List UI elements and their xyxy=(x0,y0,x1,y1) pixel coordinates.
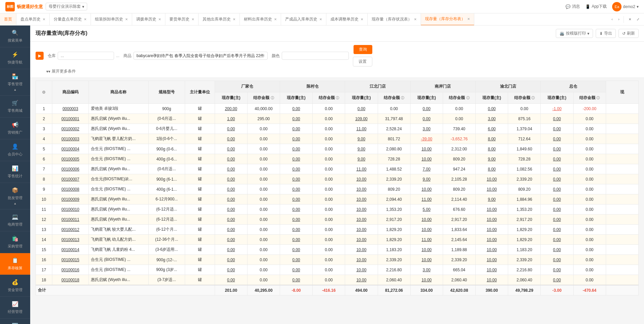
cell-code[interactable]: 00100014 xyxy=(52,245,89,255)
refresh-btn[interactable]: ↺ 刷新 xyxy=(619,29,639,38)
cell-code[interactable]: 00100008 xyxy=(52,184,89,194)
cell-f-stock[interactable]: 0.00 xyxy=(215,184,247,194)
nav-next-btn[interactable]: › xyxy=(615,16,622,23)
cell-t-stock[interactable]: 0.00 xyxy=(541,225,573,235)
cell-c-stock[interactable]: 0.00 xyxy=(280,275,312,285)
cell-c-stock[interactable]: 0.00 xyxy=(280,265,312,275)
cell-y-stock[interactable]: 10.00 xyxy=(476,215,508,225)
cell-f-stock[interactable]: 0.00 xyxy=(215,154,247,164)
cell-code[interactable]: 00100015 xyxy=(52,255,89,265)
nav-tab[interactable]: 材料出库单历史✕ xyxy=(240,13,281,26)
nav-tab[interactable]: 产成品入库单历史✕ xyxy=(281,13,326,26)
cell-y-stock[interactable]: 10.00 xyxy=(476,204,508,215)
cell-j-stock[interactable]: 10.00 xyxy=(345,174,378,184)
sidebar-item-电商管理[interactable]: 💻电商管理 xyxy=(0,210,30,231)
cell-code[interactable]: 00100013 xyxy=(52,235,89,245)
cell-y-stock[interactable]: 3.00 xyxy=(476,114,508,124)
cell-t-stock[interactable]: 0.00 xyxy=(541,124,573,134)
info-icon-4[interactable]: ⓘ xyxy=(466,96,470,100)
cell-code[interactable]: 00100012 xyxy=(52,225,89,235)
cell-code[interactable]: 00100004 xyxy=(52,144,89,154)
filter-collapse-btn[interactable]: ▶ xyxy=(36,52,44,60)
cell-f-stock[interactable]: 0.00 xyxy=(215,215,247,225)
cell-j-stock[interactable]: 11.00 xyxy=(345,164,378,174)
cell-f-stock[interactable]: 0.00 xyxy=(215,245,247,255)
cell-t-stock[interactable]: 0.00 xyxy=(541,164,573,174)
cell-c-stock[interactable]: 0.00 xyxy=(280,104,312,114)
cell-n-stock[interactable]: 10.00 xyxy=(410,255,443,265)
cell-code[interactable]: 0000003 xyxy=(52,104,89,114)
app-download-btn[interactable]: 📱 App下载 xyxy=(585,4,607,9)
cell-y-stock[interactable]: 8.00 xyxy=(476,144,508,154)
expand-condition-btn[interactable]: ▾▾ 展开更多条件 xyxy=(46,68,639,74)
cell-j-stock[interactable]: 10.00 xyxy=(345,265,378,275)
info-icon-6[interactable]: ⓘ xyxy=(596,96,600,100)
cell-j-stock[interactable]: 10.00 xyxy=(345,255,378,265)
cell-f-stock[interactable]: 1.00 xyxy=(215,114,247,124)
cell-n-stock[interactable]: 10.00 xyxy=(410,154,443,164)
cell-y-stock[interactable]: 9.00 xyxy=(476,154,508,164)
cell-code[interactable]: 00100001 xyxy=(52,114,89,124)
cell-c-stock[interactable]: 0.00 xyxy=(280,154,312,164)
cell-t-stock[interactable]: 0.00 xyxy=(541,235,573,245)
cell-y-stock[interactable]: 6.00 xyxy=(476,124,508,134)
cell-t-stock[interactable]: -1.00 xyxy=(541,104,573,114)
cell-j-stock[interactable]: 0.00 xyxy=(345,104,378,114)
nav-tab[interactable]: 组装拆卸单历史✕ xyxy=(91,13,132,26)
tab-close-icon[interactable]: ✕ xyxy=(467,17,470,21)
cell-j-stock[interactable]: 9.00 xyxy=(345,144,378,154)
cell-j-stock[interactable]: 10.00 xyxy=(345,245,378,255)
setting-btn[interactable]: 设置 xyxy=(353,57,372,66)
cell-n-stock[interactable]: 7.00 xyxy=(410,164,443,174)
cell-t-stock[interactable]: 0.00 xyxy=(541,255,573,265)
cell-f-stock[interactable]: 0.00 xyxy=(215,235,247,245)
cell-c-stock[interactable]: 0.00 xyxy=(280,225,312,235)
cell-t-stock[interactable]: 0.00 xyxy=(541,275,573,285)
tab-close-icon[interactable]: ✕ xyxy=(43,17,45,21)
cell-n-stock[interactable]: 10.00 xyxy=(410,225,443,235)
nav-tab[interactable]: 盘点单历史✕ xyxy=(16,13,50,26)
cell-j-stock[interactable]: 11.00 xyxy=(345,124,378,134)
cell-t-stock[interactable]: 0.00 xyxy=(541,194,573,204)
cell-t-stock[interactable]: 0.00 xyxy=(541,265,573,275)
cell-c-stock[interactable]: 0.00 xyxy=(280,204,312,215)
cell-y-stock[interactable]: 10.00 xyxy=(476,174,508,184)
info-icon-2[interactable]: ⓘ xyxy=(336,96,339,100)
cell-j-stock[interactable]: 10.00 xyxy=(345,215,378,225)
org-selector[interactable]: 母婴行业演示陈套 ▾ xyxy=(46,3,87,10)
cell-y-stock[interactable]: 10.00 xyxy=(476,225,508,235)
cell-c-stock[interactable]: 0.00 xyxy=(280,184,312,194)
cell-t-stock[interactable]: 0.00 xyxy=(541,184,573,194)
color-input[interactable] xyxy=(282,52,349,60)
cell-y-stock[interactable]: 10.00 xyxy=(476,184,508,194)
sidebar-item-经营管理[interactable]: 📈经营管理 xyxy=(0,297,30,319)
nav-tab[interactable]: 其他出库单历史✕ xyxy=(199,13,240,26)
cell-j-stock[interactable]: 109.00 xyxy=(345,114,378,124)
tab-close-icon[interactable]: ✕ xyxy=(192,17,194,21)
user-area[interactable]: Ea demo2 ▾ xyxy=(612,2,639,11)
cell-f-stock[interactable]: 0.00 xyxy=(215,255,247,265)
cell-code[interactable]: 00100003 xyxy=(52,134,89,144)
cell-t-stock[interactable]: 0.00 xyxy=(541,154,573,164)
cell-n-stock[interactable]: 9.00 xyxy=(410,174,443,184)
nav-tab[interactable]: 现存量（库存分布表）✕ xyxy=(421,13,474,26)
sidebar-item-采购管理[interactable]: 🛍️采购管理 xyxy=(0,231,30,253)
info-icon-5[interactable]: ⓘ xyxy=(531,96,535,100)
cell-n-stock[interactable]: 0.00 xyxy=(410,104,443,114)
cell-code[interactable]: 00100010 xyxy=(52,204,89,215)
cell-y-stock[interactable]: 10.00 xyxy=(476,275,508,285)
cell-c-stock[interactable]: 0.00 xyxy=(280,134,312,144)
cell-f-stock[interactable]: 0.00 xyxy=(215,275,247,285)
sidebar-item-零售管理[interactable]: 🏪零售管理▲ xyxy=(0,69,30,96)
cell-code[interactable]: 00100016 xyxy=(52,265,89,275)
sidebar-item-搜索英单[interactable]: 🔍搜索英单 xyxy=(0,26,30,47)
nav-tab[interactable]: 分量盘点单历史✕ xyxy=(50,13,91,26)
cell-c-stock[interactable]: 0.00 xyxy=(280,114,312,124)
cell-c-stock[interactable]: 0.00 xyxy=(280,215,312,225)
nav-close-all-btn[interactable]: ✕ xyxy=(627,16,633,23)
cell-t-stock[interactable]: 0.00 xyxy=(541,144,573,154)
cell-j-stock[interactable]: 10.00 xyxy=(345,204,378,215)
cell-n-stock[interactable]: -39.00 xyxy=(410,134,443,144)
cell-f-stock[interactable]: 0.00 xyxy=(215,194,247,204)
cell-n-stock[interactable]: 10.00 xyxy=(410,144,443,154)
